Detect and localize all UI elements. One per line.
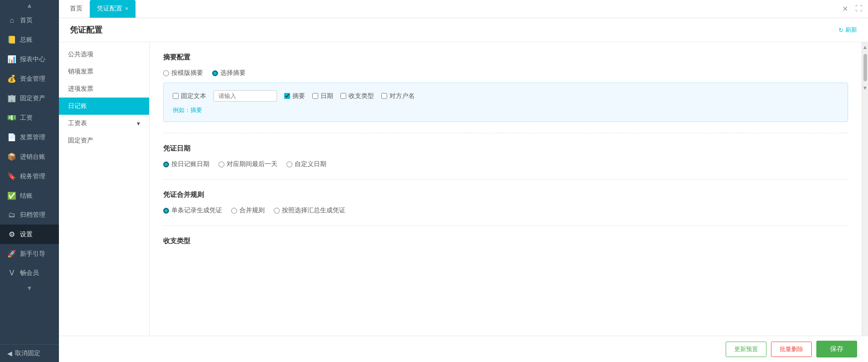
merge-radio2[interactable] bbox=[231, 208, 237, 214]
voucher-date-title: 凭证日期 bbox=[163, 144, 848, 153]
sidebar-scroll-up[interactable]: ▲ bbox=[0, 0, 59, 11]
abstract-section: 摘要配置 按模版摘要 选择摘要 固定文本 bbox=[163, 53, 848, 122]
tab-voucher-config[interactable]: 凭证配置 × bbox=[90, 0, 136, 18]
abstract-config-box: 固定文本 摘要 日期 收支类型 bbox=[163, 83, 848, 122]
date-radio1[interactable] bbox=[163, 161, 169, 167]
content-area: 公共选项 销项发票 进项发票 日记账 工资表 ▾ 固定资产 摘要配置 bbox=[59, 42, 868, 336]
scroll-up-btn[interactable]: ▲ bbox=[861, 42, 868, 52]
tab-home[interactable]: 首页 bbox=[63, 0, 90, 18]
merge-radio3[interactable] bbox=[274, 208, 280, 214]
sidebar-label-archive: 归档管理 bbox=[20, 211, 45, 219]
refresh-icon: ↻ bbox=[839, 27, 844, 34]
abstract-mode2-option[interactable]: 选择摘要 bbox=[212, 69, 246, 77]
date-checkbox[interactable] bbox=[312, 93, 318, 99]
sidebar-item-funds[interactable]: 💰 资金管理 bbox=[0, 69, 59, 88]
window-close-btn[interactable]: ✕ bbox=[840, 4, 850, 14]
main-area: 首页 凭证配置 × ✕ ⛶ 凭证配置 ↻ 刷新 公共选项 销项发票 进项 bbox=[59, 0, 868, 362]
abstract-title: 摘要配置 bbox=[163, 53, 848, 62]
divider-2 bbox=[163, 179, 848, 180]
date-radio2[interactable] bbox=[218, 161, 224, 167]
left-nav-fixed-assets[interactable]: 固定资产 bbox=[59, 132, 149, 149]
fixed-text-option[interactable]: 固定文本 bbox=[173, 92, 206, 100]
assets-icon: 🏢 bbox=[7, 94, 16, 103]
merge-rules-section: 凭证合并规则 单条记录生成凭证 合并规则 按照选择汇总生成凭证 bbox=[163, 191, 848, 215]
sidebar-item-reports[interactable]: 📊 报表中心 bbox=[0, 49, 59, 69]
vip-icon: V bbox=[7, 269, 16, 277]
sidebar-item-assets[interactable]: 🏢 固定资产 bbox=[0, 88, 59, 108]
sidebar-item-settings[interactable]: ⚙ 设置 bbox=[0, 225, 59, 244]
income-type-check-option[interactable]: 收支类型 bbox=[340, 92, 374, 100]
sidebar-item-archive[interactable]: 🗂 归档管理 bbox=[0, 205, 59, 225]
abstract-mode1-radio[interactable] bbox=[163, 70, 169, 76]
batch-delete-button[interactable]: 批量删除 bbox=[771, 342, 812, 357]
scroll-down-btn[interactable]: ▼ bbox=[861, 83, 868, 93]
fixed-text-checkbox[interactable] bbox=[173, 93, 179, 99]
sidebar-unpin-btn[interactable]: ◀ 取消固定 bbox=[0, 344, 59, 362]
unpin-icon: ◀ bbox=[7, 350, 12, 357]
sidebar-item-guide[interactable]: 🚀 新手引导 bbox=[0, 244, 59, 264]
scroll-thumb[interactable] bbox=[863, 54, 867, 81]
date-option2[interactable]: 对应期间最后一天 bbox=[218, 160, 277, 168]
sidebar-label-settlement: 结账 bbox=[20, 192, 33, 200]
sidebar-scroll-down[interactable]: ▼ bbox=[0, 283, 59, 294]
sidebar-label-reports: 报表中心 bbox=[20, 55, 45, 64]
left-nav-payroll-table[interactable]: 工资表 ▾ bbox=[59, 115, 149, 132]
sidebar-item-settlement[interactable]: ✅ 结账 bbox=[0, 186, 59, 205]
sidebar-label-payroll: 工资 bbox=[20, 114, 33, 122]
funds-icon: 💰 bbox=[7, 74, 16, 83]
merge-option3[interactable]: 按照选择汇总生成凭证 bbox=[274, 206, 345, 215]
sidebar-item-invoice-mgmt[interactable]: 📄 发票管理 bbox=[0, 127, 59, 147]
purchase-sales-icon: 📦 bbox=[7, 152, 16, 161]
sidebar-item-purchase-sales[interactable]: 📦 进销台账 bbox=[0, 147, 59, 166]
income-type-checkbox[interactable] bbox=[340, 93, 346, 99]
window-buttons: ✕ ⛶ bbox=[840, 4, 864, 14]
abstract-check-option[interactable]: 摘要 bbox=[284, 92, 305, 100]
sidebar-label-tax: 税务管理 bbox=[20, 172, 45, 181]
merge-radio1[interactable] bbox=[163, 208, 169, 214]
date-radio3[interactable] bbox=[286, 161, 292, 167]
left-nav: 公共选项 销项发票 进项发票 日记账 工资表 ▾ 固定资产 bbox=[59, 42, 150, 336]
save-button[interactable]: 保存 bbox=[816, 341, 857, 357]
voucher-date-section: 凭证日期 按日记账日期 对应期间最后一天 自定义日期 bbox=[163, 144, 848, 168]
merge-option1[interactable]: 单条记录生成凭证 bbox=[163, 206, 222, 215]
left-nav-journal[interactable]: 日记账 bbox=[59, 98, 149, 115]
tab-close-btn[interactable]: × bbox=[125, 5, 128, 12]
abstract-mode-row: 按模版摘要 选择摘要 bbox=[163, 69, 848, 77]
abstract-mode1-option[interactable]: 按模版摘要 bbox=[163, 69, 203, 77]
merge-rules-title: 凭证合并规则 bbox=[163, 191, 848, 199]
sidebar: ▲ ⌂ 首页 📒 总账 📊 报表中心 💰 资金管理 🏢 固定资产 💵 工资 📄 … bbox=[0, 0, 59, 362]
income-type-section: 收支类型 bbox=[163, 237, 848, 245]
abstract-mode2-radio[interactable] bbox=[212, 70, 218, 76]
counterparty-checkbox[interactable] bbox=[381, 93, 387, 99]
counterparty-check-option[interactable]: 对方户名 bbox=[381, 92, 415, 100]
sidebar-item-home[interactable]: ⌂ 首页 bbox=[0, 11, 59, 30]
archive-icon: 🗂 bbox=[7, 211, 16, 219]
refresh-button[interactable]: ↻ 刷新 bbox=[839, 26, 857, 34]
left-nav-sales-invoice[interactable]: 销项发票 bbox=[59, 63, 149, 80]
sidebar-item-payroll[interactable]: 💵 工资 bbox=[0, 108, 59, 127]
abstract-fields-row: 固定文本 摘要 日期 收支类型 bbox=[173, 90, 839, 102]
sidebar-item-tax[interactable]: 🔖 税务管理 bbox=[0, 166, 59, 186]
left-nav-public[interactable]: 公共选项 bbox=[59, 46, 149, 63]
update-preview-button[interactable]: 更新预置 bbox=[726, 342, 766, 357]
chevron-down-icon: ▾ bbox=[137, 120, 140, 127]
reports-icon: 📊 bbox=[7, 55, 16, 64]
fixed-text-input[interactable] bbox=[213, 90, 277, 102]
guide-icon: 🚀 bbox=[7, 249, 16, 258]
sidebar-item-vip[interactable]: V 畅会员 bbox=[0, 264, 59, 283]
sidebar-label-ledger: 总账 bbox=[20, 36, 33, 44]
window-maximize-btn[interactable]: ⛶ bbox=[853, 4, 864, 14]
date-check-option[interactable]: 日期 bbox=[312, 92, 333, 100]
sidebar-item-ledger[interactable]: 📒 总账 bbox=[0, 30, 59, 49]
merge-option2[interactable]: 合并规则 bbox=[231, 206, 265, 215]
payroll-icon: 💵 bbox=[7, 113, 16, 122]
date-option3[interactable]: 自定义日期 bbox=[286, 160, 326, 168]
sidebar-label-vip: 畅会员 bbox=[20, 269, 39, 277]
divider-1 bbox=[163, 133, 848, 133]
abstract-checkbox[interactable] bbox=[284, 93, 290, 99]
income-type-title: 收支类型 bbox=[163, 237, 848, 245]
bottom-bar: 更新预置 批量删除 保存 bbox=[59, 336, 868, 362]
page-header: 凭证配置 ↻ 刷新 bbox=[59, 18, 868, 42]
left-nav-purchase-invoice[interactable]: 进项发票 bbox=[59, 80, 149, 98]
date-option1[interactable]: 按日记账日期 bbox=[163, 160, 209, 168]
